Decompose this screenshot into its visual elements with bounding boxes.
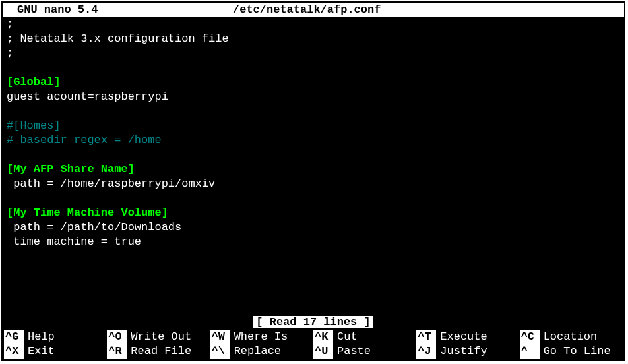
shortcut-key: ^K [313, 330, 333, 344]
shortcut[interactable]: ^_Go To Line [520, 344, 623, 359]
shortcut[interactable]: ^CLocation [520, 330, 623, 344]
editor-line: path = /home/raspberrypi/omxiv [7, 177, 620, 191]
shortcut[interactable]: ^GHelp [4, 330, 107, 344]
filename: /etc/netatalk/afp.conf [98, 3, 516, 17]
editor-line: [My AFP Share Name] [7, 162, 620, 177]
nano-terminal: GNU nano 5.4 /etc/netatalk/afp.conf ;; N… [1, 1, 625, 361]
shortcut[interactable]: ^OWrite Out [107, 330, 210, 344]
editor-line: path = /path/to/Downloads [7, 220, 620, 235]
shortcut-label: Help [24, 330, 55, 344]
editor-line: time machine = true [7, 235, 620, 249]
shortcuts-area: ^GHelp^OWrite Out^WWhere Is^KCut^TExecut… [3, 330, 624, 360]
shortcut-row-1: ^GHelp^OWrite Out^WWhere Is^KCut^TExecut… [4, 330, 623, 344]
titlebar: GNU nano 5.4 /etc/netatalk/afp.conf [3, 3, 624, 17]
shortcut[interactable]: ^UPaste [313, 344, 416, 359]
shortcut-label: Cut [333, 330, 358, 344]
editor-line: ; Netatalk 3.x configuration file [7, 32, 620, 46]
shortcut[interactable]: ^XExit [4, 344, 107, 359]
shortcut-label: Justify [436, 344, 487, 359]
shortcut[interactable]: ^WWhere Is [210, 330, 313, 344]
titlebar-right [516, 3, 621, 17]
editor-line: # basedir regex = /home [7, 133, 620, 148]
shortcut-label: Go To Line [540, 344, 611, 359]
shortcut-key: ^G [4, 330, 24, 344]
status-line: [ Read 17 lines ] [3, 315, 624, 330]
editor-line [7, 104, 620, 119]
shortcut-label: Write Out [127, 330, 191, 344]
shortcut-key: ^C [520, 330, 540, 344]
shortcut-key: ^\ [210, 344, 230, 359]
shortcut-key: ^W [210, 330, 230, 344]
shortcut[interactable]: ^KCut [313, 330, 416, 344]
editor-line [7, 191, 620, 206]
editor-line: [My Time Machine Volume] [7, 206, 620, 220]
shortcut-key: ^X [4, 344, 24, 359]
shortcut[interactable]: ^RRead File [107, 344, 210, 359]
editor-line: ; [7, 46, 620, 61]
shortcut-label: Paste [333, 344, 371, 359]
shortcut-label: Execute [436, 330, 487, 344]
shortcut-label: Location [540, 330, 598, 344]
shortcut-row-2: ^XExit^RRead File^\Replace^UPaste^JJusti… [4, 344, 623, 359]
shortcut-key: ^J [416, 344, 436, 359]
shortcut-key: ^_ [520, 344, 540, 359]
editor-content[interactable]: ;; Netatalk 3.x configuration file;[Glob… [3, 17, 624, 315]
shortcut-label: Replace [230, 344, 281, 359]
shortcut-label: Exit [24, 344, 55, 359]
editor-line [7, 61, 620, 75]
shortcut-key: ^R [107, 344, 127, 359]
status-badge: [ Read 17 lines ] [253, 316, 373, 328]
shortcut-key: ^T [416, 330, 436, 344]
shortcut-key: ^U [313, 344, 333, 359]
editor-line: ; [7, 17, 620, 32]
shortcut-key: ^O [107, 330, 127, 344]
shortcut[interactable]: ^\Replace [210, 344, 313, 359]
editor-line: guest acount=raspberrypi [7, 90, 620, 104]
editor-line: [Global] [7, 75, 620, 90]
shortcut-label: Where Is [230, 330, 288, 344]
app-name: GNU nano 5.4 [5, 3, 98, 17]
editor-line: #[Homes] [7, 119, 620, 133]
shortcut[interactable]: ^TExecute [416, 330, 519, 344]
shortcut-label: Read File [127, 344, 191, 359]
editor-line [7, 148, 620, 162]
shortcut[interactable]: ^JJustify [416, 344, 519, 359]
